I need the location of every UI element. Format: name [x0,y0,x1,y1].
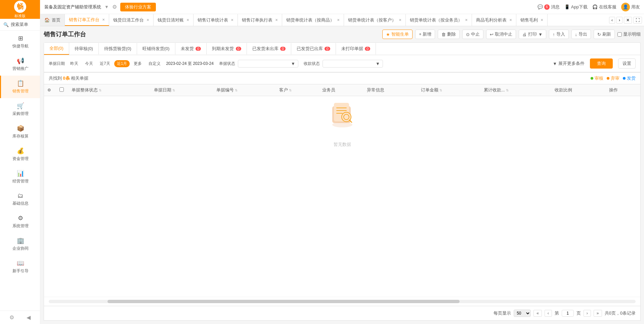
last-page-btn[interactable]: » [594,310,602,317]
th-number[interactable]: 单据编号 ⇅ [213,84,276,96]
print-btn[interactable]: 🖨 打印 ▼ [519,30,546,39]
sidebar-item-finance[interactable]: 💰 资金管理 [0,143,40,166]
add-btn[interactable]: + 新增 [415,30,435,39]
date-opt-custom[interactable]: 自定义 [146,60,163,67]
export-btn[interactable]: ↓ 导出 [571,30,591,39]
tab-close-icon[interactable]: ✕ [337,18,340,22]
sidebar-logo[interactable]: 畅 标准版 [0,0,40,19]
settings-filter-btn[interactable]: 设置 [618,58,636,69]
trial-btn[interactable]: 体验行业方案 [120,3,156,11]
tab-sales-unit-by-product[interactable]: 销货单统计表（按商品） ✕ [282,14,344,26]
sidebar-item-base[interactable]: 🗂 基础信息 [0,188,40,210]
first-page-btn[interactable]: « [533,310,542,317]
collapse-icon[interactable]: ◀ [27,314,31,321]
sidebar-item-inventory[interactable]: 📦 库存核算 [0,121,40,143]
sidebar-item-operations[interactable]: 📊 经营管理 [0,166,40,188]
tab-cash-daily[interactable]: 钱货日清工作台 ✕ [109,14,154,26]
sidebar-item-enterprise[interactable]: 🏢 企业协同 [0,233,40,255]
filter-tab-all[interactable]: 全部(0) [44,43,69,55]
tab-cash-reconcile[interactable]: 钱货日清对账 ✕ [154,14,194,26]
th-settings[interactable]: ⚙ [44,84,56,96]
tab-nav-maximize[interactable]: ⛶ [633,17,642,24]
tab-nav-close-all[interactable]: ✕ [624,17,632,24]
prev-page-btn[interactable]: ‹ [545,310,552,317]
show-detail-input[interactable] [617,32,622,37]
review-action-btn[interactable]: 审核 [591,75,603,81]
tab-nav-next[interactable]: › [616,17,622,24]
page-size-select[interactable]: 50 10 20 100 [514,310,531,317]
filter-tab-shipped-out[interactable]: 已发货已出库 0 [291,43,336,54]
table-scroll[interactable]: ⚙ 单据整体状态 ⇅ 单据日期 ⇅ [44,84,640,297]
tab-close-icon[interactable]: ✕ [509,18,512,22]
filter-tab-not-printed[interactable]: 未打印单据 0 [336,43,376,54]
refresh-btn[interactable]: ↻ 刷新 [594,30,615,39]
ship-action-btn[interactable]: 发货 [623,75,636,81]
expand-filter-btn[interactable]: ▼ 展开更多条件 [553,60,585,67]
sidebar-item-quick-nav[interactable]: ⊞ 快捷导航 [0,31,40,53]
user-btn[interactable]: 👤 用友 [621,3,640,11]
tab-nav-prev[interactable]: ‹ [609,17,615,24]
select-all-checkbox[interactable] [59,87,64,92]
th-checkbox[interactable] [56,84,68,96]
sidebar-item-system[interactable]: ⚙ 系统管理 [0,210,40,233]
settings-bottom-icon[interactable]: ⚙ [9,314,14,321]
next-page-btn[interactable]: › [584,310,591,317]
date-opt-today[interactable]: 今天 [82,60,96,67]
tab-gross-profit[interactable]: 商品毛利分析表 ✕ [472,14,516,26]
tab-sales-stats[interactable]: 销售订单统计表 ✕ [194,14,238,26]
status-filter-select[interactable]: ▼ [238,60,298,68]
date-opt-more[interactable]: 更多 [131,60,144,67]
filter-tab-pending-review[interactable]: 待审核(0) [69,43,99,54]
th-collected[interactable]: 累计收款... ⇅ [480,84,551,96]
enterprise-icon: 🏢 [17,237,24,244]
cancel-stop-btn[interactable]: ↩ 取消中止 [486,30,516,39]
tab-sales-unit-by-staff[interactable]: 销货单统计表（按业务员） ✕ [406,14,472,26]
tab-close-icon[interactable]: ✕ [186,18,189,22]
th-customer[interactable]: 客户 ⇅ [276,84,319,96]
tab-close-icon[interactable]: ✕ [399,18,401,22]
filter-tab-expired-label: 到期未发货 [212,46,234,51]
topbar-settings-icon[interactable]: ⚙ [112,4,117,10]
tab-close-icon[interactable]: ✕ [541,18,543,22]
th-status[interactable]: 单据整体状态 ⇅ [68,84,151,96]
payment-filter-select[interactable]: ▼ [323,60,383,68]
date-opt-7days[interactable]: 近7天 [97,60,113,67]
sidebar-item-marketing[interactable]: 📢 营销推广 [0,53,40,76]
tab-sales-unit-by-customer[interactable]: 销货单统计表（按客户） ✕ [344,14,406,26]
filter-tab-not-shipped[interactable]: 未发货 0 [175,43,207,54]
tab-close-icon[interactable]: ✕ [146,18,149,22]
message-btn[interactable]: 💬 6 消息 [538,4,560,10]
online-service-btn[interactable]: 🎧 在线客服 [592,4,616,10]
date-opt-yesterday[interactable]: 昨天 [68,60,81,67]
import-btn[interactable]: ↑ 导入 [549,30,569,39]
hscroll[interactable] [49,300,636,303]
tab-close-icon[interactable]: ✕ [465,18,468,22]
tab-close-icon[interactable]: ✕ [231,18,233,22]
date-opt-1month[interactable]: 近1月 [114,60,130,67]
unreviewed-action-btn[interactable]: 弃审 [607,75,619,81]
sidebar-item-sales[interactable]: 📋 销售管理 [0,76,40,98]
sidebar-item-purchase[interactable]: 🛒 采购管理 [0,98,40,121]
th-amount[interactable]: 订单金额 ⇅ [418,84,480,96]
sidebar-search[interactable]: 🔍 搜索菜单 [0,19,40,31]
filter-tab-pending-inspection[interactable]: 待拣货验货(0) [99,43,137,54]
smart-create-btn[interactable]: ★ 智能生单 [382,30,413,39]
delete-btn[interactable]: 🗑 删除 [438,30,460,39]
stop-btn[interactable]: ⊙ 中止 [462,30,483,39]
filter-tab-expired[interactable]: 到期未发货 0 [207,43,247,54]
search-btn[interactable]: 查询 [590,58,613,69]
tab-close-icon[interactable]: ✕ [275,18,278,22]
th-date[interactable]: 单据日期 ⇅ [151,84,213,96]
tab-sales-exec[interactable]: 销售订单执行表 ✕ [238,14,282,26]
page-input[interactable] [562,310,574,317]
filter-tab-shipped-not-out[interactable]: 已发货未出库 0 [247,43,291,54]
app-download-btn[interactable]: 📱 App下载 [564,4,588,10]
hscroll-thumb[interactable] [108,300,460,303]
tab-home[interactable]: 🏠 首页 [40,14,65,26]
tab-sales-more[interactable]: 销售毛利 ✕ [516,14,548,26]
show-detail-checkbox[interactable]: 显示明细 [617,31,641,37]
filter-tab-wangpu-pending[interactable]: 旺铺待发货(0) [137,43,175,54]
tab-sales-workbench[interactable]: 销售订单工作台 ✕ [65,14,109,26]
tab-close-icon[interactable]: ✕ [102,18,105,22]
sidebar-item-guide[interactable]: 📖 新手引导 [0,255,40,278]
